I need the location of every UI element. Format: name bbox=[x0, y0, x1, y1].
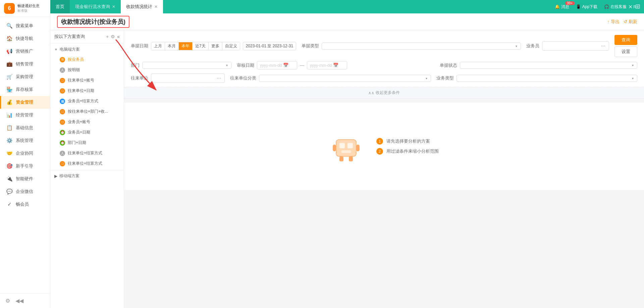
sidebar-item-guide[interactable]: 🎯 新手引导 bbox=[0, 160, 50, 172]
biz-type-select[interactable]: ▾ bbox=[457, 75, 637, 82]
collapse-button[interactable]: ∧∧ 收起更多条件 bbox=[368, 90, 400, 96]
date-btn-this-month[interactable]: 本月 bbox=[165, 42, 179, 50]
dept-date-icon: ⏰ bbox=[60, 140, 65, 146]
biz-type-group: 业务类型 ▾ bbox=[436, 75, 637, 82]
user-name-display[interactable]: Rit bbox=[633, 4, 639, 9]
date-btn-this-year[interactable]: 本年 bbox=[179, 42, 193, 50]
date-filter-group: 单据日期 上月 本月 本年 近7天 更多 自定义 2023-01-01 至 20… bbox=[131, 42, 296, 50]
sidebar-label-search: 搜索菜单 bbox=[16, 23, 33, 29]
filter-item-partner-dept[interactable]: □ 按往来单位+部门+收... bbox=[50, 106, 124, 117]
setting-button[interactable]: 设置 bbox=[614, 46, 637, 57]
sidebar-item-member[interactable]: ✓ 畅会员 bbox=[0, 198, 50, 211]
headset-icon: 🎧 bbox=[604, 4, 609, 9]
sidebar-item-purchase[interactable]: 🛒 采购管理 bbox=[0, 70, 50, 83]
filter-collapse-icon[interactable]: « bbox=[117, 34, 120, 39]
purchase-icon: 🛒 bbox=[6, 74, 12, 80]
doc-type-select[interactable]: ▾ bbox=[322, 43, 521, 50]
filter-row-3: 往来单位 ··· 往来单位分类 ▾ bbox=[131, 73, 637, 83]
tab-collection-stats[interactable]: 收款情况统计 ✕ bbox=[121, 0, 163, 13]
sidebar-label-basic-info: 基础信息 bbox=[16, 125, 33, 131]
filter-row-1: 单据日期 上月 本月 本年 近7天 更多 自定义 2023-01-01 至 20… bbox=[131, 35, 637, 57]
sidebar-item-operations[interactable]: 📊 经营管理 bbox=[0, 109, 50, 121]
date-btn-7days[interactable]: 近7天 bbox=[193, 42, 209, 50]
svg-rect-3 bbox=[341, 150, 351, 153]
tab-home[interactable]: 首页 bbox=[50, 0, 70, 13]
date-btn-last-month[interactable]: 上月 bbox=[151, 42, 165, 50]
salesman-settlement-icon: ▦ bbox=[60, 99, 65, 104]
sidebar-item-search[interactable]: 🔍 搜索菜单 bbox=[0, 19, 50, 32]
settings-bottom-icon[interactable]: ⚙ bbox=[5, 298, 10, 304]
svg-rect-1 bbox=[339, 143, 345, 148]
refresh-button[interactable]: ↺ 刷新 bbox=[624, 19, 637, 25]
filter-sidebar-title: 按以下方案查询 bbox=[54, 34, 85, 40]
filter-item-partner-settlement2[interactable]: □ 往来单位+结算方式 bbox=[50, 158, 124, 169]
tab-bank-flow-close[interactable]: ✕ bbox=[112, 4, 115, 9]
main-body: 按以下方案查询 + ⚙ « ▼ 电脑端方案 按 按业务员 人 bbox=[50, 30, 644, 308]
partner-label: 往来单位 bbox=[131, 75, 148, 81]
date-btn-custom[interactable]: 自定义 bbox=[222, 42, 240, 50]
sidebar-item-wechat[interactable]: 💬 企业微信 bbox=[0, 185, 50, 198]
filter-item-partner-account-label: 往来单位+账号 bbox=[68, 78, 94, 83]
filter-item-by-salesman[interactable]: 按 按业务员 bbox=[50, 54, 124, 65]
collapse-sidebar-icon[interactable]: ◀◀ bbox=[15, 298, 23, 304]
export-button[interactable]: ↑ 导出 bbox=[607, 19, 620, 25]
filter-item-salesman-date[interactable]: ⏰ 业务员+日期 bbox=[50, 127, 124, 138]
sidebar-item-quicknav[interactable]: 🏠 快捷导航 bbox=[0, 32, 50, 45]
member-icon: ✓ bbox=[6, 201, 12, 207]
filter-item-by-detail[interactable]: 人 按明细 bbox=[50, 65, 124, 75]
salesman-select[interactable]: ··· bbox=[542, 41, 609, 51]
sidebar-item-marketing[interactable]: 📢 营销推广 bbox=[0, 45, 50, 58]
sidebar-label-enterprise: 企业协同 bbox=[16, 150, 33, 156]
filter-item-partner-account[interactable]: □ 往来单位+账号 bbox=[50, 75, 124, 86]
online-service-btn[interactable]: 🎧 在线客服 bbox=[604, 4, 627, 10]
export-icon: ↑ bbox=[607, 19, 610, 24]
doc-status-select[interactable]: ▾ bbox=[460, 62, 637, 69]
sidebar-item-sales[interactable]: 💼 销售管理 bbox=[0, 58, 50, 70]
filter-item-salesman-settlement[interactable]: ▦ 业务员+结算方式 bbox=[50, 96, 124, 106]
sidebar-label-smart-hw: 智能硬件 bbox=[16, 176, 33, 182]
filter-item-partner-date[interactable]: □ 往来单位+日期 bbox=[50, 86, 124, 96]
review-date-from-input[interactable]: yyyy-mm-dd 📅 bbox=[257, 61, 297, 69]
partner-dept-icon: □ bbox=[60, 109, 65, 114]
sidebar-item-inventory[interactable]: 🏪 库存核算 bbox=[0, 83, 50, 96]
filter-item-dept-date[interactable]: ⏰ 部门+日期 bbox=[50, 138, 124, 148]
nav-menu: 🔍 搜索菜单 🏠 快捷导航 📢 营销推广 💼 销售管理 🛒 采购管理 🏪 库存核… bbox=[0, 17, 50, 293]
date-btn-more[interactable]: 更多 bbox=[209, 42, 222, 50]
sidebar-label-member: 畅会员 bbox=[16, 201, 29, 207]
partner-select[interactable]: ··· bbox=[151, 73, 225, 83]
filter-item-partner-dept-label: 按往来单位+部门+收... bbox=[68, 109, 108, 114]
sidebar-item-finance[interactable]: 💰 资金管理 bbox=[0, 96, 50, 109]
step-2-text: 用过滤条件来缩小分析范围 bbox=[386, 148, 439, 154]
partner-settlement1-icon: 人 bbox=[60, 151, 65, 156]
filter-item-salesman-account[interactable]: □ 业务员+账号 bbox=[50, 117, 124, 127]
app-download-btn[interactable]: 📱 App下载 bbox=[576, 4, 597, 10]
messages-btn[interactable]: 🔔 消息 99+ bbox=[555, 4, 569, 10]
filter-add-icon[interactable]: + bbox=[106, 34, 109, 39]
sidebar-item-smart-hw[interactable]: 🔌 智能硬件 bbox=[0, 172, 50, 185]
review-date-to-input[interactable]: yyyy-mm-dd 📅 bbox=[307, 61, 347, 69]
query-button[interactable]: 查询 bbox=[614, 35, 637, 45]
filter-sidebar-icons: + ⚙ « bbox=[106, 34, 120, 39]
filter-section-pc-title[interactable]: ▼ 电脑端方案 bbox=[50, 45, 124, 54]
app-download-label: App下载 bbox=[582, 4, 597, 10]
partner-more-icon[interactable]: ··· bbox=[217, 75, 221, 81]
filter-item-partner-settlement1[interactable]: 人 往来单位+结算方式 bbox=[50, 148, 124, 158]
review-date-label: 审核日期 bbox=[237, 62, 254, 68]
page-content: 收款情况统计(按业务员) ↑ 导出 ↺ 刷新 按以下方案查询 + ⚙ « bbox=[50, 13, 644, 308]
sidebar-item-system[interactable]: ⚙️ 系统管理 bbox=[0, 134, 50, 147]
partner-account-icon: □ bbox=[60, 78, 65, 83]
page-title: 收款情况统计(按业务员) bbox=[57, 16, 129, 28]
tab-collection-stats-close[interactable]: ✕ bbox=[154, 4, 158, 9]
filter-settings-icon[interactable]: ⚙ bbox=[111, 34, 115, 39]
doc-status-arrow-icon: ▾ bbox=[632, 63, 634, 67]
dept-select[interactable]: ▾ bbox=[142, 62, 231, 69]
salesman-more-icon[interactable]: ··· bbox=[601, 43, 605, 49]
tab-bank-flow[interactable]: 现金银行流水查询 ✕ bbox=[70, 0, 121, 13]
sidebar-item-enterprise[interactable]: 🤝 企业协同 bbox=[0, 147, 50, 160]
partner-category-select[interactable]: ▾ bbox=[259, 75, 431, 82]
filter-section-mobile[interactable]: ▶ 移动端方案 bbox=[50, 170, 124, 182]
svg-rect-4 bbox=[333, 145, 336, 151]
step-2-num: 2 bbox=[376, 148, 383, 155]
sidebar-item-basic-info[interactable]: 📋 基础信息 bbox=[0, 121, 50, 134]
salesman-group: 业务员 ··· bbox=[526, 41, 609, 51]
